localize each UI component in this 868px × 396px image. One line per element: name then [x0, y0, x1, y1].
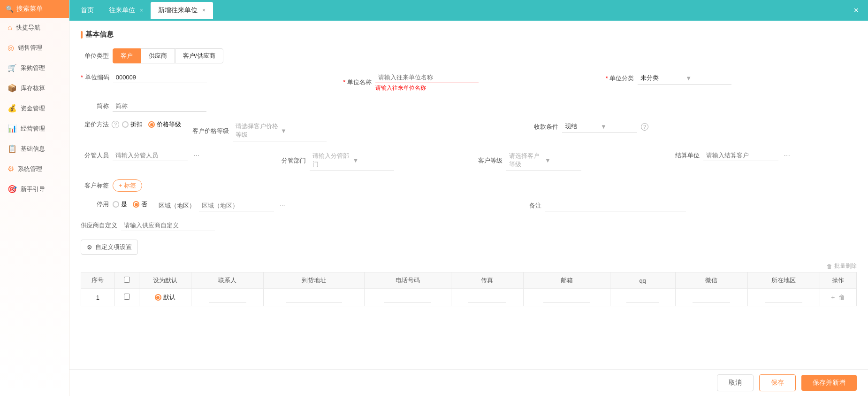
sidebar-item-purchase[interactable]: 🛒 采购管理 — [0, 58, 69, 78]
region-input[interactable] — [199, 200, 274, 211]
manager-input[interactable] — [113, 150, 188, 161]
customer-level-select[interactable]: 请选择客户等级 ▼ — [506, 150, 581, 171]
sidebar-item-inventory[interactable]: 📦 库存核算 — [0, 78, 69, 98]
tab-partners[interactable]: 往来单位 × — [101, 2, 151, 19]
row-delete-button[interactable]: 🗑 — [838, 294, 845, 301]
unit-type-supplier-btn[interactable]: 供应商 — [141, 48, 175, 63]
search-icon: 🔍 — [6, 5, 14, 13]
row-checkbox[interactable] — [124, 294, 130, 300]
row-add-button[interactable]: + — [831, 294, 835, 301]
tab-new-partner[interactable]: 新增往来单位 × — [151, 2, 213, 19]
row-region[interactable] — [747, 289, 820, 306]
pricing-help-icon[interactable]: ? — [112, 121, 119, 128]
row-default-cell: 默认 — [139, 289, 191, 306]
row-email[interactable] — [524, 289, 610, 306]
payment-terms-label: 收款条件 — [530, 123, 558, 131]
short-name-group: 简称 — [81, 101, 857, 112]
customer-price-level-select[interactable]: 请选择客户价格等级 ▼ — [233, 120, 327, 141]
row-fax[interactable] — [451, 289, 523, 306]
pricing-row: 定价方法 ? 折扣 价格等级 客户价格等级 请选择客户价格等级 — [81, 120, 857, 141]
sidebar-item-basic[interactable]: 📋 基础信息 — [0, 139, 69, 159]
row-address[interactable] — [264, 289, 365, 306]
custom-settings-button[interactable]: ⚙ 自定义项设置 — [81, 240, 138, 255]
sidebar-label-sales: 销售管理 — [18, 44, 42, 52]
payment-help-icon[interactable]: ? — [641, 123, 648, 131]
disable-label: 停用 — [81, 200, 109, 209]
sidebar-item-system[interactable]: ⚙ 系统管理 — [0, 159, 69, 179]
row-checkbox-cell — [114, 289, 139, 306]
unit-code-input[interactable] — [113, 72, 207, 83]
row-qq[interactable] — [610, 289, 675, 306]
settlement-more-icon[interactable]: ··· — [782, 151, 792, 160]
row-phone[interactable] — [365, 289, 451, 306]
row-email-input[interactable] — [543, 292, 590, 303]
unit-name-group: 单位名称 请输入往来单位名称 — [343, 72, 594, 92]
search-menu-button[interactable]: 🔍 搜索菜单 — [0, 0, 69, 18]
row-wechat[interactable] — [675, 289, 747, 306]
pricing-level-radio[interactable]: 价格等级 — [148, 120, 181, 129]
unit-name-error: 请输入往来单位名称 — [375, 84, 479, 92]
region-more-icon[interactable]: ··· — [278, 202, 288, 210]
manager-more-icon[interactable]: ··· — [191, 151, 201, 160]
row-wechat-input[interactable] — [693, 292, 730, 303]
col-default: 设为默认 — [139, 272, 191, 289]
supplier-custom-row: 供应商自定义 — [81, 220, 857, 231]
table-header: 序号 设为默认 联系人 到货地址 电话号码 传真 邮箱 qq 微信 所在地区 操… — [81, 272, 857, 289]
sidebar-item-operation[interactable]: 📊 经营管理 — [0, 118, 69, 139]
close-all-tabs-button[interactable]: × — [848, 6, 864, 16]
unit-category-select[interactable]: 未分类 ▼ — [638, 72, 731, 85]
sidebar-label-newbie: 新手引导 — [21, 185, 45, 194]
unit-name-input[interactable] — [375, 72, 479, 83]
select-all-checkbox[interactable] — [124, 277, 130, 283]
customer-tag-label: 客户标签 — [81, 181, 109, 190]
row-contact[interactable] — [191, 289, 263, 306]
tab-partners-label: 往来单位 — [109, 6, 135, 15]
supplier-custom-group: 供应商自定义 — [81, 220, 857, 231]
row-qq-input[interactable] — [626, 292, 659, 303]
disable-yes-radio[interactable]: 是 — [113, 200, 127, 209]
remark-input[interactable] — [545, 200, 686, 211]
cancel-button[interactable]: 取消 — [717, 374, 754, 391]
code-name-category-row: 单位编码 单位名称 请输入往来单位名称 单位分类 未分类 ▼ — [81, 72, 857, 92]
save-button[interactable]: 保存 — [759, 374, 796, 391]
row-default-radio[interactable]: 默认 — [144, 293, 186, 302]
batch-delete-button[interactable]: 🗑 批量删除 — [827, 262, 857, 270]
payment-terms-select[interactable]: 现结 ▼ — [562, 120, 637, 133]
row-contact-input[interactable] — [209, 292, 246, 303]
tab-partners-close[interactable]: × — [140, 7, 143, 14]
sidebar-item-quick-nav[interactable]: ⌂ 快捷导航 — [0, 18, 69, 38]
sidebar-item-sales[interactable]: ◎ 销售管理 — [0, 38, 69, 58]
unit-code-label: 单位编码 — [81, 73, 109, 82]
short-name-input[interactable] — [113, 101, 206, 112]
tab-bar: 首页 往来单位 × 新增往来单位 × × — [69, 0, 868, 21]
custom-settings-label: 自定义项设置 — [95, 243, 132, 251]
sidebar-item-finance[interactable]: 💰 资金管理 — [0, 98, 69, 118]
sidebar-label-quick-nav: 快捷导航 — [16, 23, 40, 32]
settlement-unit-input[interactable] — [703, 150, 778, 161]
row-phone-input[interactable] — [384, 292, 431, 303]
section-icon-bar — [81, 31, 83, 39]
department-placeholder: 请输入分管部门 — [312, 152, 351, 169]
unit-type-customer-btn[interactable]: 客户 — [113, 48, 141, 63]
unit-name-label: 单位名称 — [343, 78, 372, 86]
home-icon: ⌂ — [8, 23, 12, 32]
disable-no-radio[interactable]: 否 — [133, 200, 147, 209]
pricing-discount-radio[interactable]: 折扣 — [122, 120, 143, 129]
department-select[interactable]: 请输入分管部门 ▼ — [310, 150, 394, 171]
tab-home[interactable]: 首页 — [73, 2, 101, 19]
save-new-button[interactable]: 保存并新增 — [801, 375, 857, 391]
department-label: 分管部门 — [278, 156, 306, 165]
sidebar-item-newbie[interactable]: 🎯 新手引导 — [0, 179, 69, 199]
disable-group: 停用 是 否 — [81, 200, 147, 209]
unit-category-value: 未分类 — [640, 74, 684, 82]
supplier-custom-input[interactable] — [121, 220, 215, 231]
row-address-input[interactable] — [286, 292, 342, 303]
sidebar-label-system: 系统管理 — [18, 165, 42, 173]
row-fax-input[interactable] — [468, 292, 506, 303]
col-seq: 序号 — [81, 272, 115, 289]
manager-group: 分管人员 ··· — [81, 150, 266, 161]
tab-new-partner-close[interactable]: × — [202, 7, 206, 14]
add-tag-button[interactable]: + 标签 — [113, 179, 142, 192]
unit-type-both-btn[interactable]: 客户/供应商 — [175, 48, 223, 63]
row-region-input[interactable] — [765, 292, 802, 303]
